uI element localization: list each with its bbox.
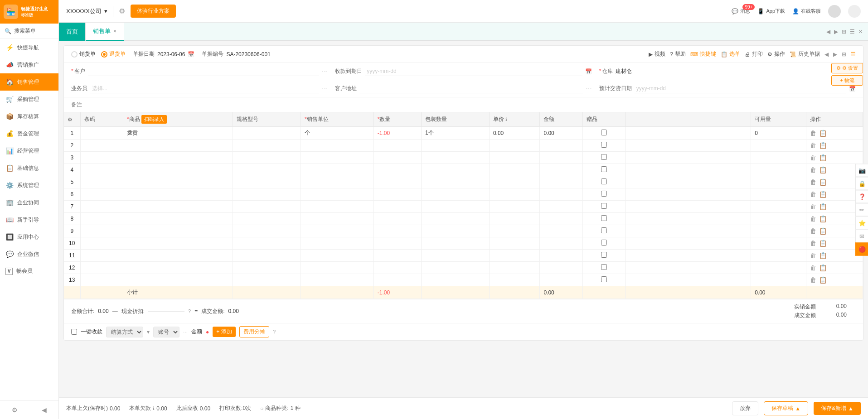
- save-new-btn[interactable]: 保存&新增 ▲: [814, 402, 861, 415]
- due-date-input[interactable]: [365, 67, 582, 76]
- delivery-date-input[interactable]: [635, 84, 846, 93]
- account-more-icon[interactable]: ···: [183, 329, 188, 335]
- td-price-1[interactable]: 0.00: [489, 127, 539, 140]
- shortcut-btn[interactable]: ⌨ 快捷键: [690, 50, 716, 58]
- sidebar-item-finance[interactable]: 💰 资金管理: [0, 125, 58, 142]
- sidebar-item-app-center[interactable]: 🔲 应用中心: [0, 228, 58, 246]
- radio-return[interactable]: 退货单: [101, 50, 126, 58]
- td-spec-1[interactable]: [233, 127, 301, 140]
- customer-addr-input[interactable]: [359, 84, 583, 93]
- td-qty-1[interactable]: -1.00: [373, 127, 421, 140]
- copy-icon-9[interactable]: 📋: [819, 227, 827, 235]
- salesperson-more-icon[interactable]: ···: [322, 85, 328, 93]
- date-calendar-icon[interactable]: 📅: [188, 51, 194, 58]
- tab-prev-icon[interactable]: ◀: [826, 29, 830, 35]
- one-click-payment-checkbox[interactable]: [71, 329, 77, 335]
- delete-icon-8[interactable]: 🗑: [810, 215, 816, 222]
- video-btn[interactable]: ▶ 视频: [649, 50, 665, 58]
- radio-sales[interactable]: 销货单: [71, 50, 96, 58]
- sidebar-item-system[interactable]: ⚙️ 系统管理: [0, 177, 58, 194]
- settings-btn[interactable]: ⚙ ⚙ 设置: [831, 63, 863, 73]
- sidebar-item-marketing[interactable]: 📣 营销推广: [0, 56, 58, 73]
- copy-icon-12[interactable]: 📋: [819, 264, 827, 271]
- print-btn[interactable]: 🖨 打印: [745, 50, 763, 58]
- sidebar-item-sales[interactable]: 🏠 销售管理: [0, 73, 58, 91]
- logistics-btn[interactable]: + 物流: [831, 75, 863, 86]
- app-download-btn[interactable]: 📱 App下载: [757, 8, 785, 14]
- float-btn-lock[interactable]: 🔒: [855, 177, 868, 190]
- customer-input[interactable]: [88, 67, 319, 76]
- copy-icon-11[interactable]: 📋: [819, 252, 827, 259]
- copy-icon-7[interactable]: 📋: [819, 203, 827, 210]
- copy-icon-13[interactable]: 📋: [819, 276, 827, 284]
- copy-icon-6[interactable]: 📋: [819, 191, 827, 198]
- sidebar-search[interactable]: 🔍 搜索菜单: [0, 24, 58, 39]
- delivery-calendar-icon[interactable]: 📅: [849, 86, 856, 92]
- td-unit-1[interactable]: 个: [301, 127, 374, 140]
- topbar-settings-icon[interactable]: ⚙: [119, 7, 125, 15]
- addr-more-icon[interactable]: ···: [586, 85, 592, 93]
- delete-icon-4[interactable]: 🗑: [810, 166, 816, 173]
- copy-icon-8[interactable]: 📋: [819, 215, 827, 222]
- float-btn-question[interactable]: ❓: [855, 190, 868, 203]
- notes-input[interactable]: [86, 100, 856, 109]
- sidebar-item-inventory[interactable]: 📦 库存核算: [0, 108, 58, 125]
- grid-view-icon[interactable]: ⊞: [842, 51, 846, 58]
- sidebar-collapse-btn[interactable]: ◀: [38, 405, 50, 415]
- bill-deficit-info-icon[interactable]: ℹ: [153, 406, 155, 411]
- sidebar-item-member[interactable]: V 畅会员: [0, 263, 58, 279]
- delete-icon-5[interactable]: 🗑: [810, 178, 816, 186]
- company-selector[interactable]: XXXXXX公司 ▾: [66, 7, 107, 15]
- discard-btn[interactable]: 放弃: [732, 401, 758, 415]
- expense-btn[interactable]: 费用分摊: [239, 326, 269, 337]
- help-btn[interactable]: ? 帮助: [670, 50, 686, 58]
- customer-more-icon[interactable]: ···: [322, 67, 328, 76]
- delete-icon-13[interactable]: 🗑: [810, 276, 816, 284]
- delete-icon-9[interactable]: 🗑: [810, 227, 816, 235]
- float-btn-camera[interactable]: 📷: [855, 164, 868, 177]
- tab-close-all-icon[interactable]: ×: [858, 28, 863, 36]
- copy-icon-2[interactable]: 📋: [819, 142, 827, 149]
- user-avatar[interactable]: [828, 5, 841, 18]
- delete-icon-2[interactable]: 🗑: [810, 142, 816, 149]
- copy-icon-4[interactable]: 📋: [819, 166, 827, 173]
- messages-btn[interactable]: 💬 消息 99+: [732, 8, 750, 14]
- sidebar-item-enterprise[interactable]: 🏢 企业协同: [0, 194, 58, 211]
- trial-btn[interactable]: 体验行业方案: [131, 5, 176, 18]
- cash-discount-input[interactable]: [148, 311, 184, 312]
- float-btn-star[interactable]: ⭐: [855, 216, 868, 229]
- tab-list-icon[interactable]: ☰: [850, 29, 855, 35]
- account-select[interactable]: 账号: [153, 327, 179, 337]
- tab-sales-order[interactable]: 销售单 ×: [86, 23, 124, 41]
- copy-icon-3[interactable]: 📋: [819, 154, 827, 161]
- expense-help-icon[interactable]: ?: [273, 329, 276, 335]
- tab-next-icon[interactable]: ▶: [834, 29, 838, 35]
- td-barcode-1[interactable]: [80, 127, 123, 140]
- sidebar-item-enterprise-wechat[interactable]: 💬 企业微信: [0, 246, 58, 263]
- delete-icon-10[interactable]: 🗑: [810, 240, 816, 247]
- float-btn-mail[interactable]: ✉: [855, 229, 868, 242]
- float-btn-orange[interactable]: 🔴: [855, 242, 868, 255]
- sidebar-item-guide[interactable]: 📖 新手引导: [0, 211, 58, 228]
- scan-btn[interactable]: 扫码录入: [141, 115, 167, 124]
- list-view-icon[interactable]: ☰: [851, 51, 856, 58]
- copy-icon-1[interactable]: 📋: [819, 130, 827, 137]
- delete-icon-1[interactable]: 🗑: [810, 130, 816, 137]
- delete-icon-7[interactable]: 🗑: [810, 203, 816, 210]
- sidebar-item-operations[interactable]: 📊 经营管理: [0, 142, 58, 159]
- float-btn-edit[interactable]: ✏: [855, 203, 868, 216]
- tab-grid-icon[interactable]: ⊞: [842, 29, 846, 35]
- sidebar-item-basic-info[interactable]: 📋 基础信息: [0, 159, 58, 177]
- delete-icon-6[interactable]: 🗑: [810, 191, 816, 198]
- add-payment-btn[interactable]: + 添加: [213, 327, 235, 337]
- delete-icon-11[interactable]: 🗑: [810, 252, 816, 259]
- save-draft-btn[interactable]: 保存草稿 ▲: [764, 401, 808, 415]
- online-support-btn[interactable]: 👤 在线客服: [792, 8, 821, 14]
- td-product-1[interactable]: 拨贡: [123, 127, 233, 140]
- td-pkg-qty-1[interactable]: 1个: [422, 127, 490, 140]
- sidebar-settings-btn[interactable]: ⚙: [8, 405, 21, 415]
- sidebar-item-quick-nav[interactable]: ⚡ 快捷导航: [0, 39, 58, 56]
- nav-right-icon[interactable]: ▶: [833, 51, 837, 58]
- copy-icon-5[interactable]: 📋: [819, 178, 827, 186]
- td-amount-1[interactable]: 0.00: [540, 127, 583, 140]
